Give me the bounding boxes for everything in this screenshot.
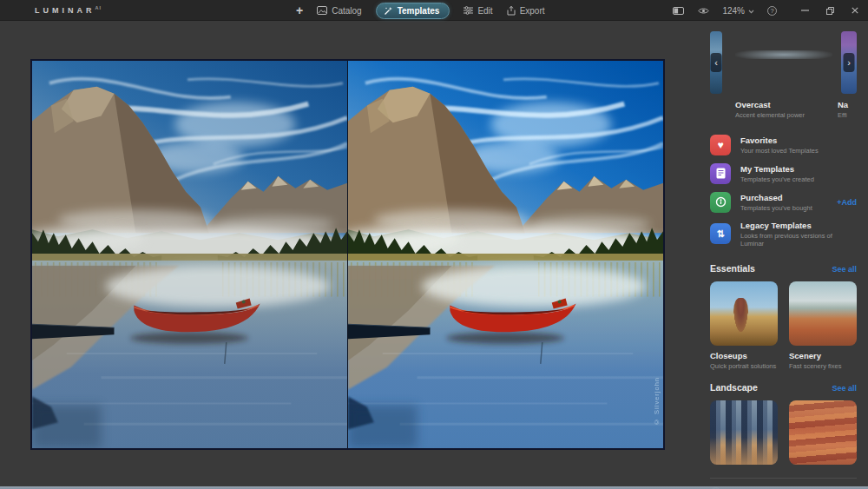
top-bar: LUMINARAI + Catalog Templates Edit (0, 0, 868, 21)
tab-templates[interactable]: Templates (376, 3, 450, 19)
templates-sidebar: ‹ › Overcast Accent elemental power Na E… (694, 21, 868, 489)
favorites-subtitle: Your most loved Templates (740, 147, 857, 155)
main-nav: + Catalog Templates Edit (296, 0, 545, 21)
price-tag-icon (710, 192, 731, 213)
add-photos-button[interactable]: + (296, 4, 303, 17)
big-city-lights-thumbnail (710, 400, 778, 465)
app-logo-text: LUMINAR (35, 6, 95, 15)
big-city-lights-title: Big City Lights (710, 470, 778, 471)
carousel-current-title: Overcast (735, 100, 838, 109)
sliders-icon (464, 6, 473, 15)
featured-template-carousel: ‹ › (710, 31, 857, 94)
sidebar-item-favorites[interactable]: ♥ Favorites Your most loved Templates (710, 130, 857, 159)
luminar-app-window: LUMINARAI + Catalog Templates Edit (0, 0, 868, 489)
chevron-left-icon[interactable]: ‹ (711, 53, 722, 72)
card-closeups[interactable]: Closeups Quick portrait solutions (710, 281, 778, 370)
sidebar-item-my-templates[interactable]: My Templates Templates you've created (710, 159, 857, 188)
add-purchased-link[interactable]: +Add (837, 198, 857, 207)
main-photo-comparison: © Silverjohn (30, 59, 665, 450)
export-icon (507, 6, 516, 16)
template-collections-list: ♥ Favorites Your most loved Templates My… (710, 130, 857, 251)
card-big-city-lights[interactable]: Big City Lights (710, 400, 778, 471)
landscape-cards: Big City Lights Sunsets (710, 400, 857, 471)
landscape-section-header: Landscape See all (710, 382, 857, 393)
scenery-subtitle: Fast scenery fixes (789, 362, 857, 370)
carousel-current-subtitle: Accent elemental power (735, 111, 838, 119)
help-icon[interactable]: ? (767, 6, 777, 16)
closeups-thumbnail (710, 281, 778, 346)
photo-after: © Silverjohn (348, 61, 663, 448)
topbar-right-controls: 124% ? (672, 0, 861, 21)
tab-catalog-label: Catalog (332, 6, 361, 16)
workspace: © Silverjohn ‹ › Overcast Accent element… (0, 21, 868, 489)
favorites-title: Favorites (740, 135, 857, 145)
purchased-subtitle: Templates you've bought (740, 204, 827, 212)
zoom-level-control[interactable]: 124% (722, 6, 754, 16)
essentials-section-header: Essentials See all (710, 263, 857, 274)
tab-export[interactable]: Export (507, 6, 545, 16)
purchased-title: Purchased (740, 193, 827, 202)
sidebar-divider (710, 478, 857, 479)
my-templates-subtitle: Templates you've created (740, 175, 857, 183)
closeups-title: Closeups (710, 351, 778, 360)
photo-watermark: © Silverjohn (653, 377, 661, 426)
carousel-next-caption: Na Effi (838, 100, 857, 119)
tab-export-label: Export (520, 6, 545, 16)
card-scenery[interactable]: Scenery Fast scenery fixes (789, 281, 857, 370)
essentials-see-all-link[interactable]: See all (832, 265, 857, 274)
app-logo-sup: AI (95, 5, 102, 10)
landscape-title: Landscape (710, 382, 758, 393)
carousel-next-subtitle: Effi (838, 111, 857, 119)
sunsets-thumbnail (789, 400, 857, 465)
scenery-title: Scenery (789, 351, 857, 360)
sidebar-item-purchased[interactable]: Purchased Templates you've bought +Add (710, 188, 857, 216)
compare-before-after-icon[interactable] (672, 4, 684, 17)
chevron-right-icon[interactable]: › (844, 53, 855, 72)
carousel-current-caption: Overcast Accent elemental power (735, 100, 838, 119)
carousel-prev-thumb[interactable]: ‹ (710, 31, 722, 94)
my-templates-title: My Templates (740, 164, 857, 174)
tab-templates-label: Templates (398, 6, 440, 16)
app-logo: LUMINARAI (35, 5, 102, 15)
sidebar-item-legacy-templates[interactable]: ⇅ Legacy Templates Looks from previous v… (710, 216, 857, 251)
document-icon (710, 163, 731, 184)
essentials-title: Essentials (710, 263, 755, 274)
close-window-icon[interactable] (849, 4, 861, 17)
scenery-thumbnail (789, 281, 857, 346)
photo-before (32, 61, 348, 448)
chevron-down-icon (748, 6, 754, 16)
minimize-window-icon[interactable] (799, 4, 811, 17)
card-sunsets[interactable]: Sunsets (789, 400, 857, 471)
tab-edit-label: Edit (477, 6, 492, 16)
essentials-cards: Closeups Quick portrait solutions Scener… (710, 281, 857, 370)
zoom-level-value: 124% (722, 6, 745, 16)
carousel-current-thumb[interactable] (735, 31, 832, 94)
sunsets-title: Sunsets (789, 470, 857, 471)
legacy-templates-title: Legacy Templates (740, 221, 857, 230)
restore-window-icon[interactable] (824, 4, 836, 17)
catalog-icon (317, 6, 327, 15)
carousel-captions: Overcast Accent elemental power Na Effi (710, 100, 857, 119)
landscape-see-all-link[interactable]: See all (832, 384, 857, 393)
carousel-next-title: Na (838, 100, 857, 109)
up-down-arrows-icon: ⇅ (710, 223, 731, 244)
carousel-next-thumb[interactable]: › (841, 31, 857, 94)
legacy-templates-subtitle: Looks from previous versions of Luminar (740, 232, 857, 248)
heart-icon: ♥ (710, 135, 731, 155)
tab-edit[interactable]: Edit (464, 6, 492, 16)
quick-preview-eye-icon[interactable] (697, 4, 709, 17)
closeups-subtitle: Quick portrait solutions (710, 362, 778, 370)
magic-wand-icon (384, 6, 393, 16)
tab-catalog[interactable]: Catalog (317, 6, 361, 16)
